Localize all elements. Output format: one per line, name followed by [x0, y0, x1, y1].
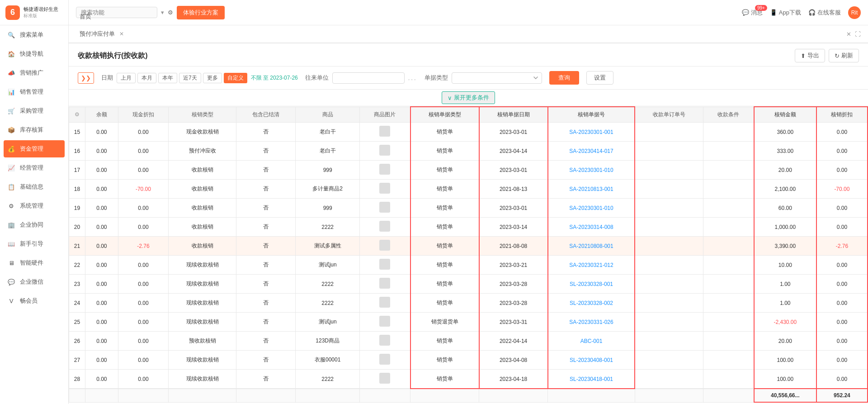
sidebar: 6 畅捷通谐好生意 标准版 🔍搜索菜单🏠快捷导航📣营销推广📊销售管理🛒采购管理📦… — [0, 0, 69, 404]
cell-balance: 0.00 — [85, 332, 118, 351]
cell-receipt_order_no — [635, 370, 703, 389]
cell-cancel_discount: 0.00 — [816, 142, 868, 161]
cell-bill_no: SA-20230301-010 — [548, 161, 635, 180]
query-btn[interactable]: 查询 — [549, 71, 579, 85]
date-btn-this-month[interactable]: 本月 — [137, 73, 156, 83]
settings-btn[interactable]: 设置 — [586, 71, 613, 85]
bill-no-link[interactable]: SA-20230301-001 — [569, 129, 613, 135]
cell-product: 衣服00001 — [296, 351, 360, 370]
sidebar-item-member[interactable]: V畅会员 — [0, 291, 68, 310]
bill-no-link[interactable]: SL-20230328-001 — [570, 281, 613, 287]
bill-no-link[interactable]: SL-20230408-001 — [570, 357, 613, 363]
sidebar-icon-base-info: 📋 — [7, 183, 15, 191]
cell-include_settled: 否 — [236, 351, 296, 370]
sidebar-label-inventory: 库存核算 — [20, 126, 43, 134]
date-btn-7days[interactable]: 近7天 — [179, 73, 201, 83]
date-buttons: 上月 本月 本年 近7天 更多 自定义 — [117, 73, 247, 83]
table-container[interactable]: ⚙余额现金折扣核销类型包含已结清商品商品图片核销单据类型核销单据日期核销单据号收… — [69, 106, 868, 404]
cell-cancel_type: 现金收款核销 — [169, 123, 236, 142]
page-header: 收款核销执行(按收款) ⬆ 导出 ↻ 刷新 — [69, 43, 868, 67]
table-row: 200.000.00收款核销否2222销货单2023-03-14SA-20230… — [69, 218, 868, 237]
customer-filter: 往来单位 ... — [305, 72, 417, 84]
solution-btn[interactable]: 体验行业方案 — [177, 6, 225, 19]
table-header: ⚙余额现金折扣核销类型包含已结清商品商品图片核销单据类型核销单据日期核销单据号收… — [69, 107, 868, 123]
cell-product: 老白干 — [296, 123, 360, 142]
bill-no-link[interactable]: SA-20230314-008 — [569, 224, 613, 230]
cell-cancel_amount: 10.00 — [754, 256, 816, 275]
bill-no-link[interactable]: SL-20230418-001 — [570, 376, 613, 382]
tab-首页[interactable]: 首页 — [72, 8, 131, 26]
cell-cancel_discount: 0.00 — [816, 370, 868, 389]
date-btn-last-month[interactable]: 上月 — [117, 73, 136, 83]
topbar-settings-icon[interactable]: ⚙ — [168, 9, 173, 16]
table-settings-icon[interactable]: ⚙ — [75, 111, 80, 118]
cell-product: 2222 — [296, 218, 360, 237]
sidebar-item-finance[interactable]: 💰资金管理 — [4, 140, 65, 157]
table-row: 150.000.00现金收款核销否老白干销货单2023-03-01SA-2023… — [69, 123, 868, 142]
sidebar-item-base-info[interactable]: 📋基础信息 — [0, 177, 68, 196]
sidebar-item-guide[interactable]: 📖新手引导 — [0, 234, 68, 253]
notification-count: 99+ — [755, 5, 767, 11]
customer-input[interactable] — [332, 72, 405, 84]
sidebar-item-operations[interactable]: 📈经营管理 — [0, 158, 68, 177]
topbar-dropdown-icon[interactable]: ▾ — [161, 9, 164, 16]
table-row: 160.000.00预付冲应收否老白干销货单2023-04-14SA-20230… — [69, 142, 868, 161]
tab-close-icon[interactable]: ✕ — [119, 31, 124, 37]
th-settings[interactable]: ⚙ — [69, 107, 85, 123]
bill-type-filter: 单据类型 — [425, 72, 542, 84]
sidebar-item-purchase[interactable]: 🛒采购管理 — [0, 101, 68, 120]
cell-cancel_discount: 0.00 — [816, 199, 868, 218]
sidebar-item-inventory[interactable]: 📦库存核算 — [0, 120, 68, 139]
cell-cancel_type: 收款核销 — [169, 161, 236, 180]
cell-row-no: 28 — [69, 370, 85, 389]
online-service-btn[interactable]: 🎧 在线客服 — [808, 9, 841, 17]
customer-more-icon[interactable]: ... — [408, 75, 417, 81]
close-all-icon[interactable]: ✕ — [846, 31, 851, 38]
date-btn-this-year[interactable]: 本年 — [158, 73, 177, 83]
date-btn-more[interactable]: 更多 — [203, 73, 222, 83]
bill-type-select[interactable] — [452, 72, 542, 84]
date-btn-custom[interactable]: 自定义 — [224, 73, 247, 83]
export-btn[interactable]: ⬆ 导出 — [795, 49, 825, 62]
cell-bill_date: 2023-03-28 — [479, 294, 548, 313]
sidebar-item-hardware[interactable]: 🖥智能硬件 — [0, 253, 68, 272]
table-row: 250.000.00现续收款核销否测试jun销货退货单2023-03-31SA-… — [69, 313, 868, 332]
sidebar-item-system[interactable]: ⚙系统管理 — [0, 196, 68, 215]
table-row: 190.000.00收款核销否999销货单2023-03-01SA-202303… — [69, 199, 868, 218]
cell-cancel_discount: 0.00 — [816, 256, 868, 275]
cell-product_image — [360, 332, 410, 351]
bill-no-link[interactable]: SA-20230331-026 — [569, 319, 613, 325]
cell-bill_type: 销货单 — [410, 123, 479, 142]
cell-cancel_discount: 0.00 — [816, 218, 868, 237]
sidebar-icon-enterprise: 🏢 — [7, 221, 15, 229]
bill-no-link[interactable]: SA-20230414-017 — [569, 148, 613, 154]
bill-no-link[interactable]: SA-20230321-012 — [569, 262, 613, 268]
cell-row-no: 25 — [69, 313, 85, 332]
bill-no-link[interactable]: SA-20230301-010 — [569, 205, 613, 211]
filter-toggle-btn[interactable]: ❯❯ — [78, 72, 94, 84]
sidebar-item-marketing[interactable]: 📣营销推广 — [0, 63, 68, 82]
refresh-btn[interactable]: ↻ 刷新 — [829, 49, 859, 62]
sidebar-item-search[interactable]: 🔍搜索菜单 — [0, 25, 68, 44]
cell-receipt_order_no — [635, 180, 703, 199]
tabbar: 首页预付冲应付单✕收款核销执行✕ ✕ ⛶ — [69, 25, 868, 43]
bill-no-link[interactable]: SL-20230328-002 — [570, 300, 613, 306]
notification-btn[interactable]: 💬 99+ 消息 — [742, 9, 763, 17]
app-download-btn[interactable]: 📱 App下载 — [770, 9, 801, 17]
tab-预付冲应付单[interactable]: 预付冲应付单✕ — [72, 25, 131, 43]
bill-no-link[interactable]: ABC-001 — [580, 338, 603, 344]
cell-cancel_amount: 20.00 — [754, 332, 816, 351]
expand-icon[interactable]: ⛶ — [855, 31, 861, 38]
bill-no-link[interactable]: SA-20210808-001 — [569, 243, 613, 249]
bill-no-link[interactable]: SA-20210813-001 — [569, 186, 613, 192]
cell-cancel_amount: -2,430.00 — [754, 313, 816, 332]
sidebar-item-enterprise[interactable]: 🏢企业协同 — [0, 215, 68, 234]
user-avatar[interactable]: Rit — [848, 6, 861, 19]
sidebar-item-wechat[interactable]: 💬企业微信 — [0, 272, 68, 291]
cell-cancel_amount: 1.00 — [754, 275, 816, 294]
bill-no-link[interactable]: SA-20230301-010 — [569, 167, 613, 173]
sidebar-item-sales[interactable]: 📊销售管理 — [0, 82, 68, 101]
expand-more-btn[interactable]: ∨ 展开更多条件 — [442, 91, 495, 104]
sidebar-item-quick-nav[interactable]: 🏠快捷导航 — [0, 44, 68, 63]
th-product: 商品 — [296, 107, 360, 123]
